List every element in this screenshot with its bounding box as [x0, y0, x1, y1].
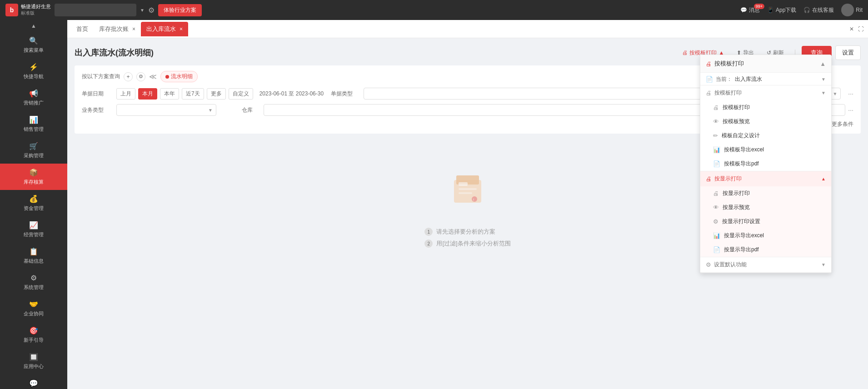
- sidebar-item-search[interactable]: 🔍 搜索菜单: [0, 32, 67, 58]
- current-template-name: 出入库流水: [735, 75, 762, 83]
- search-input[interactable]: [55, 4, 136, 16]
- app-download-btn[interactable]: 📱 App下载: [767, 6, 796, 14]
- dropdown-item-template-preview[interactable]: 👁 按模板预览: [700, 115, 831, 129]
- sidebar-item-finance[interactable]: 💰 资金管理: [0, 190, 67, 216]
- sidebar-label-inventory: 库存核算: [24, 179, 44, 185]
- sidebar-label-search: 搜索菜单: [24, 47, 44, 54]
- set-default-section-title: ⚙ 设置默认功能: [706, 261, 747, 269]
- date-options-group: 上月 本月 本年 近7天 更多 自定义 2023-06-01 至 2023-06…: [116, 88, 324, 100]
- dropdown-print-icon: 🖨: [706, 60, 712, 67]
- sidebar-item-cooperation[interactable]: 🤝 企业协同: [0, 295, 67, 322]
- dropdown-collapse-btn[interactable]: ▲: [820, 60, 826, 67]
- date-btn-more[interactable]: 更多: [207, 88, 226, 100]
- sidebar-item-guide[interactable]: 🎯 新手引导: [0, 322, 67, 348]
- dropdown-item-template-export-excel[interactable]: 📊 按模板导出excel: [700, 143, 831, 157]
- dropdown-item-template-print[interactable]: 🖨 按模板打印: [700, 100, 831, 115]
- business-type-select-wrap: ▼: [116, 104, 216, 116]
- empty-illustration: !: [445, 166, 490, 220]
- template-section-header[interactable]: 🖨 按模板打印 ▼: [700, 85, 831, 100]
- sidebar-item-marketing[interactable]: 📢 营销推广: [0, 85, 67, 111]
- tag-dot: [165, 75, 169, 79]
- business-type-label: 业务类型: [82, 106, 109, 114]
- sidebar-item-sales[interactable]: 📊 销售管理: [0, 111, 67, 137]
- item-excel-icon: 📊: [713, 146, 720, 153]
- user-avatar-btn[interactable]: Rit: [841, 4, 863, 16]
- filter-tag[interactable]: 流水明细: [160, 71, 198, 82]
- date-btn-last-7-days[interactable]: 近7天: [182, 88, 204, 100]
- tab-bar: 首页 库存批次账 × 出入库流水 × ✕ ⛶: [67, 20, 868, 38]
- sidebar-scroll-up[interactable]: ▲: [0, 20, 67, 32]
- dropdown-item-display-export-excel[interactable]: 📊 按显示导出excel: [700, 229, 831, 243]
- cooperation-icon: 🤝: [29, 300, 38, 309]
- app-download-label: App下载: [776, 6, 796, 14]
- version-badge: 标准版: [21, 10, 51, 16]
- sidebar-label-quick-nav: 快捷导航: [24, 73, 44, 80]
- dropdown-item-display-export-pdf[interactable]: 📄 按显示导出pdf: [700, 243, 831, 257]
- filter-settings-btn[interactable]: ⚙: [136, 72, 145, 81]
- sidebar-item-inventory[interactable]: 📦 库存核算: [0, 164, 67, 190]
- tab-stock-flow-label: 出入库流水: [146, 25, 176, 33]
- messages-btn[interactable]: 💬 消息 99+: [740, 6, 760, 14]
- top-bar: b 畅捷通好生意 标准版 ▼ ⚙ 体验行业方案 💬 消息 99+ 📱 App下载: [0, 0, 868, 20]
- settings-button[interactable]: 设置: [835, 45, 861, 60]
- date-btn-last-month[interactable]: 上月: [116, 88, 135, 100]
- tab-batch-account[interactable]: 库存批次账 ×: [94, 22, 141, 36]
- date-btn-custom[interactable]: 自定义: [229, 88, 253, 100]
- step-num-1: 1: [424, 228, 433, 236]
- dropdown-item-display-print[interactable]: 🖨 按显示打印: [700, 186, 831, 200]
- dropdown-item-template-custom[interactable]: ✏ 模板自定义设计: [700, 129, 831, 143]
- current-template-section: 📄 当前： 出入库流水 ▼: [700, 73, 831, 85]
- dropdown-item-display-preview[interactable]: 👁 按显示预览: [700, 200, 831, 214]
- date-field-label: 单据日期: [82, 90, 109, 98]
- online-service-btn[interactable]: 🎧 在线客服: [803, 6, 834, 14]
- sidebar-label-app-center: 应用中心: [24, 363, 44, 370]
- window-controls: ✕ ⛶: [848, 25, 864, 33]
- filter-collapse-btn[interactable]: ≪: [149, 72, 157, 81]
- filter-tag-label: 流水明细: [171, 73, 193, 80]
- current-template-arrow[interactable]: ▼: [821, 77, 826, 82]
- date-btn-this-month[interactable]: 本月: [138, 88, 157, 100]
- industry-button[interactable]: 体验行业方案: [158, 4, 202, 16]
- sidebar-label-operations: 经营管理: [24, 231, 44, 238]
- display-section-icon: 🖨: [706, 175, 712, 182]
- tab-stock-flow-close[interactable]: ×: [180, 26, 183, 32]
- dropdown-item-display-print-settings[interactable]: ⚙ 按显示打印设置: [700, 214, 831, 229]
- filter-label: 按以下方案查询: [82, 73, 120, 80]
- marketing-icon: 📢: [29, 89, 38, 98]
- sidebar-item-wechat[interactable]: 💬 企业微信: [0, 374, 67, 389]
- sidebar-item-app-center[interactable]: 🔲 应用中心: [0, 348, 67, 374]
- basic-info-icon: 📋: [29, 247, 38, 256]
- set-default-section-header[interactable]: ⚙ 设置默认功能 ▼: [700, 257, 831, 272]
- gear-icon[interactable]: ⚙: [148, 6, 155, 15]
- window-close-btn[interactable]: ✕: [848, 25, 855, 33]
- search-nav-icon: 🔍: [29, 36, 38, 45]
- tab-batch-account-close[interactable]: ×: [132, 26, 135, 32]
- app-wrapper: b 畅捷通好生意 标准版 ▼ ⚙ 体验行业方案 💬 消息 99+ 📱 App下载: [0, 0, 868, 389]
- download-icon: 📱: [767, 7, 774, 13]
- logo-icon: b: [5, 4, 18, 16]
- window-expand-btn[interactable]: ⛶: [857, 25, 864, 33]
- dropdown-section-display: 🖨 按显示打印 ▲ 🖨 按显示打印 👁 按显示预览: [700, 171, 831, 257]
- main-area: ▲ 🔍 搜索菜单 ⚡ 快捷导航 📢 营销推广 📊 销售管理 🛒 采购管理: [0, 20, 868, 389]
- sidebar-item-operations[interactable]: 📈 经营管理: [0, 216, 67, 243]
- sidebar-item-purchase[interactable]: 🛒 采购管理: [0, 137, 67, 164]
- sidebar-item-system[interactable]: ⚙ 系统管理: [0, 269, 67, 295]
- system-icon: ⚙: [30, 274, 37, 282]
- bill-type-more-dots[interactable]: ···: [848, 90, 853, 97]
- sidebar-item-quick-nav[interactable]: ⚡ 快捷导航: [0, 58, 67, 85]
- search-dropdown-arrow[interactable]: ▼: [140, 8, 145, 13]
- business-type-select[interactable]: [116, 104, 216, 116]
- headset-icon: 🎧: [803, 7, 810, 13]
- sidebar: ▲ 🔍 搜索菜单 ⚡ 快捷导航 📢 营销推广 📊 销售管理 🛒 采购管理: [0, 20, 67, 389]
- purchase-icon: 🛒: [29, 142, 38, 150]
- top-bar-right: 💬 消息 99+ 📱 App下载 🎧 在线客服 Rit: [740, 4, 863, 16]
- filter-add-btn[interactable]: +: [124, 72, 133, 81]
- tab-stock-flow[interactable]: 出入库流水 ×: [141, 22, 188, 36]
- warehouse-more-dots[interactable]: ···: [848, 106, 853, 114]
- dropdown-item-template-export-pdf[interactable]: 📄 按模板导出pdf: [700, 157, 831, 171]
- dropdown-title-label: 🖨 按模板打印: [706, 60, 744, 68]
- display-section-header[interactable]: 🖨 按显示打印 ▲: [700, 171, 831, 186]
- date-btn-this-year[interactable]: 本年: [160, 88, 179, 100]
- tab-home[interactable]: 首页: [71, 22, 94, 36]
- sidebar-item-basic-info[interactable]: 📋 基础信息: [0, 243, 67, 269]
